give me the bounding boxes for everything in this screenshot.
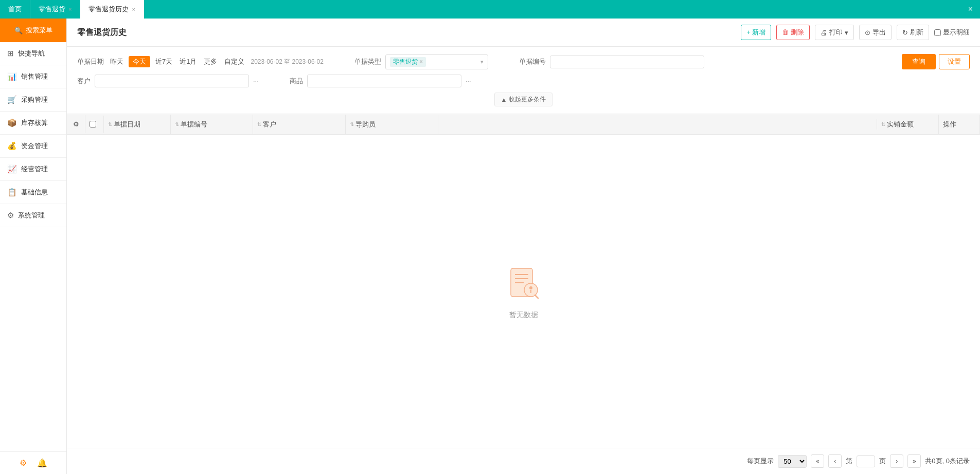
th-guide[interactable]: ⇅ 导购员 (346, 115, 438, 134)
select-all-checkbox[interactable] (90, 121, 96, 127)
print-label: 打印 (829, 28, 843, 37)
per-page-select[interactable]: 50 20 100 (778, 455, 807, 468)
prev-page-button[interactable]: ‹ (828, 454, 842, 468)
sidebar-item-quick-nav-label: 快捷导航 (18, 49, 45, 58)
voucher-type-tag-remove[interactable]: × (419, 58, 423, 65)
date-option-today[interactable]: 今天 (129, 56, 150, 67)
date-option-last7[interactable]: 近7天 (153, 56, 174, 67)
customer-input[interactable] (95, 75, 249, 87)
empty-state: 暂无数据 (67, 135, 980, 448)
date-option-more[interactable]: 更多 (202, 56, 219, 67)
sidebar-footer: ⚙ 🔔 (0, 451, 66, 474)
goods-label: 商品 (290, 77, 303, 86)
sidebar-item-base-info-label: 基础信息 (21, 188, 48, 197)
filter-settings-button[interactable]: 设置 (939, 54, 970, 69)
print-icon: 🖨 (821, 29, 827, 37)
voucher-type-select[interactable]: 零售退货 × ▾ (385, 54, 488, 69)
th-date[interactable]: ⇅ 单据日期 (104, 115, 171, 134)
th-checkbox[interactable] (85, 116, 104, 133)
table-container: ⚙ ⇅ 单据日期 ⇅ 单据编号 ⇅ 客户 ⇅ (67, 114, 980, 474)
show-details-checkbox[interactable]: 显示明细 (934, 28, 970, 37)
voucher-number-label: 单据编号 (519, 57, 546, 66)
new-button[interactable]: + 新增 (741, 25, 771, 40)
date-option-last1month[interactable]: 近1月 (177, 56, 199, 67)
voucher-number-input[interactable] (550, 56, 704, 68)
query-button[interactable]: 查询 (902, 54, 936, 69)
tab-retail-return[interactable]: 零售退货 × (30, 0, 80, 19)
refresh-label: 刷新 (910, 28, 923, 37)
date-range-display: 2023-06-02 至 2023-06-02 (251, 58, 323, 66)
sidebar-item-base-info[interactable]: 📋 基础信息 (0, 181, 66, 204)
toolbar: + 新增 🗑 删除 🖨 打印 ▾ ⊙ 导出 ↻ 刷新 显示明细 (741, 25, 970, 40)
refresh-button[interactable]: ↻ 刷新 (897, 25, 929, 40)
sidebar-item-operations-label: 经营管理 (21, 165, 48, 174)
customer-ellipsis-icon[interactable]: ··· (253, 77, 259, 85)
window-close-button[interactable]: × (961, 0, 980, 19)
last-page-button[interactable]: » (907, 454, 921, 468)
tab-home[interactable]: 首页 (0, 0, 30, 19)
sidebar-item-system[interactable]: ⚙ 系统管理 (0, 204, 66, 227)
th-action: 操作 (939, 115, 980, 134)
sidebar-item-sales[interactable]: 📊 销售管理 (0, 65, 66, 88)
th-number[interactable]: ⇅ 单据编号 (171, 115, 253, 134)
page-number-input[interactable]: 1 (857, 455, 875, 467)
export-icon: ⊙ (865, 29, 870, 37)
show-details-input[interactable] (934, 29, 941, 36)
sidebar-item-inventory[interactable]: 📦 库存核算 (0, 112, 66, 135)
tab-retail-return-close[interactable]: × (68, 6, 72, 12)
finance-icon: 💰 (7, 141, 17, 151)
filter-row-1: 单据日期 昨天 今天 近7天 近1月 更多 自定义 2023-06-02 至 2… (77, 54, 970, 69)
th-date-label: 单据日期 (114, 120, 140, 129)
top-tab-bar: 首页 零售退货 × 零售退货历史 × × (0, 0, 980, 19)
refresh-icon: ↻ (902, 29, 908, 37)
th-amount[interactable]: ⇅ 实销金额 (877, 115, 939, 134)
tab-retail-return-history[interactable]: 零售退货历史 × (80, 0, 144, 19)
first-page-button[interactable]: « (811, 454, 824, 468)
collapse-label: 收起更多条件 (509, 95, 546, 104)
th-spacer (438, 119, 877, 130)
print-arrow-icon: ▾ (845, 29, 848, 37)
operations-icon: 📈 (7, 165, 17, 174)
collapse-up-icon: ▲ (501, 96, 507, 103)
amount-sort-icon: ⇅ (881, 121, 885, 127)
export-button[interactable]: ⊙ 导出 (859, 25, 892, 40)
th-customer-label: 客户 (263, 120, 276, 129)
filter-action-buttons: 查询 设置 (902, 54, 970, 69)
page-header: 零售退货历史 + 新增 🗑 删除 🖨 打印 ▾ ⊙ 导出 ↻ 刷新 (67, 19, 980, 47)
voucher-type-filter-group: 单据类型 零售退货 × ▾ (354, 54, 488, 69)
sidebar-search[interactable]: 🔍 搜索菜单 (0, 19, 66, 42)
date-filter-options: 昨天 今天 近7天 近1月 更多 自定义 (108, 56, 246, 67)
goods-ellipsis-icon[interactable]: ··· (466, 77, 471, 85)
th-customer[interactable]: ⇅ 客户 (253, 115, 346, 134)
sidebar-item-operations[interactable]: 📈 经营管理 (0, 158, 66, 181)
th-gear[interactable]: ⚙ (67, 115, 85, 133)
tab-home-label: 首页 (8, 5, 22, 14)
delete-button[interactable]: 🗑 删除 (776, 25, 810, 40)
th-amount-label: 实销金额 (887, 120, 914, 129)
tab-retail-return-label: 零售退货 (39, 5, 65, 14)
pagination: 每页显示 50 20 100 « ‹ 第 1 页 › » 共0页, 0条记录 (67, 448, 980, 474)
sound-footer-icon[interactable]: 🔔 (37, 458, 47, 468)
sidebar-item-finance[interactable]: 💰 资金管理 (0, 135, 66, 158)
sidebar-item-system-label: 系统管理 (18, 211, 45, 220)
next-page-button[interactable]: › (890, 454, 903, 468)
sidebar-item-purchase[interactable]: 🛒 采购管理 (0, 88, 66, 112)
content-area: 零售退货历史 + 新增 🗑 删除 🖨 打印 ▾ ⊙ 导出 ↻ 刷新 (67, 19, 980, 474)
sales-icon: 📊 (7, 72, 17, 81)
guide-sort-icon: ⇅ (350, 121, 354, 127)
goods-input[interactable] (307, 75, 461, 87)
collapse-button[interactable]: ▲ 收起更多条件 (494, 93, 553, 106)
base-info-icon: 📋 (7, 188, 17, 197)
customer-filter-group: 客户 ··· (77, 75, 259, 87)
tab-retail-return-history-close[interactable]: × (132, 6, 135, 12)
settings-footer-icon[interactable]: ⚙ (20, 458, 27, 468)
print-button[interactable]: 🖨 打印 ▾ (815, 25, 854, 40)
inventory-icon: 📦 (7, 118, 17, 127)
sidebar-search-label: 搜索菜单 (26, 26, 52, 35)
page-suffix: 页 (879, 457, 886, 466)
sidebar-item-sales-label: 销售管理 (21, 72, 48, 81)
date-option-custom[interactable]: 自定义 (222, 56, 246, 67)
date-option-yesterday[interactable]: 昨天 (108, 56, 126, 67)
gear-column-icon: ⚙ (73, 120, 79, 128)
sidebar-item-quick-nav[interactable]: ⊞ 快捷导航 (0, 42, 66, 65)
